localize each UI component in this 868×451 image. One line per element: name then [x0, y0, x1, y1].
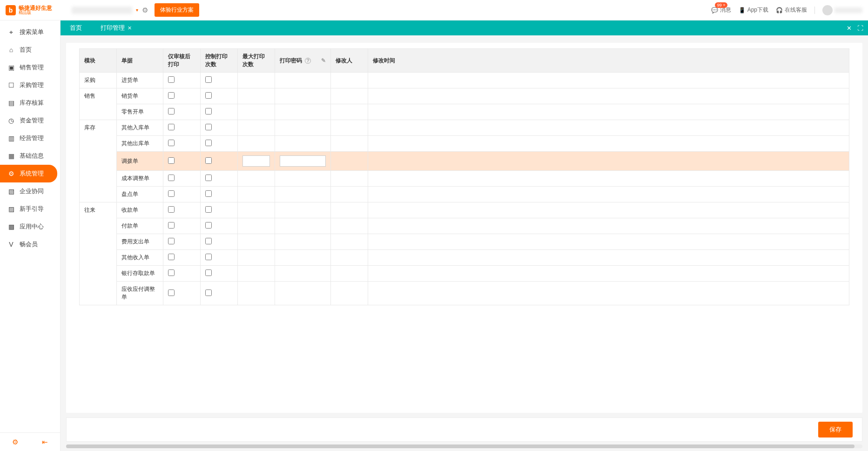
horizontal-scrollbar[interactable] — [66, 444, 862, 449]
control-count-checkbox[interactable] — [205, 206, 212, 213]
table-row: 其他出库单 — [80, 136, 849, 152]
brand-logo: b 畅捷通好生意 精品版 — [6, 5, 66, 15]
audit-only-checkbox[interactable] — [168, 140, 175, 146]
print-settings-table: 模块 单据 仅审核后打印 控制打印次数 最大打印次数 打印密码 ? ✎ — [79, 48, 849, 305]
audit-only-checkbox[interactable] — [168, 289, 175, 296]
control-count-checkbox[interactable] — [205, 190, 212, 197]
sidebar-item-vip[interactable]: V畅会员 — [0, 236, 60, 253]
collapse-icon[interactable]: ⇤ — [42, 438, 48, 446]
control-count-checkbox[interactable] — [205, 269, 212, 276]
modifier-cell — [331, 120, 368, 136]
inventory-icon: ▤ — [7, 99, 15, 107]
sidebar-item-appcenter[interactable]: ▩应用中心 — [0, 218, 60, 236]
control-count-checkbox[interactable] — [205, 175, 212, 181]
print-password-cell — [275, 171, 331, 187]
control-count-cell — [201, 104, 238, 120]
control-count-checkbox[interactable] — [205, 222, 212, 229]
user-menu[interactable] — [822, 5, 862, 15]
modifier-cell — [331, 171, 368, 187]
doc-cell: 其他入库单 — [117, 120, 163, 136]
close-icon[interactable]: ✕ — [128, 25, 132, 31]
doc-cell: 零售开单 — [117, 104, 163, 120]
control-count-checkbox[interactable] — [205, 124, 212, 130]
sidebar-item-purchase[interactable]: ☐采购管理 — [0, 76, 60, 94]
sidebar-item-operation[interactable]: ▥经营管理 — [0, 129, 60, 147]
enterprise-icon: ▧ — [7, 188, 15, 195]
audit-only-checkbox[interactable] — [168, 269, 175, 276]
app-download-label: App下载 — [747, 6, 768, 14]
audit-only-cell — [163, 88, 201, 104]
phone-icon: 📱 — [739, 7, 746, 13]
control-count-checkbox[interactable] — [205, 140, 212, 146]
control-count-checkbox[interactable] — [205, 254, 212, 260]
header-actions: 💬 消息 99 + 📱 App下载 🎧 在线客服 — [711, 5, 862, 15]
print-password-cell — [275, 218, 331, 234]
sidebar-item-guide[interactable]: ▨新手引导 — [0, 200, 60, 218]
modify-time-cell — [368, 234, 849, 250]
tenant-selector[interactable]: ▾ — [72, 7, 138, 14]
tab-打印管理[interactable]: 打印管理✕ — [91, 20, 141, 35]
audit-only-checkbox[interactable] — [168, 206, 175, 213]
sidebar-item-sales[interactable]: ▣销售管理 — [0, 59, 60, 76]
help-icon[interactable]: ? — [305, 58, 311, 64]
print-password-cell — [275, 234, 331, 250]
tab-首页[interactable]: 首页 — [61, 20, 91, 35]
sidebar-item-home[interactable]: ⌂首页 — [0, 41, 60, 59]
search-menu-icon: ⌖ — [7, 28, 15, 36]
modifier-cell — [331, 187, 368, 202]
control-count-checkbox[interactable] — [205, 76, 212, 83]
audit-only-checkbox[interactable] — [168, 124, 175, 130]
max-count-cell — [238, 136, 275, 152]
audit-only-checkbox[interactable] — [168, 222, 175, 229]
table-row: 采购进货单 — [80, 73, 849, 88]
audit-only-cell — [163, 234, 201, 250]
sidebar-item-treasury[interactable]: ◷资金管理 — [0, 112, 60, 129]
online-service-link[interactable]: 🎧 在线客服 — [776, 6, 807, 14]
sidebar-item-inventory[interactable]: ▤库存核算 — [0, 94, 60, 112]
modify-time-cell — [368, 104, 849, 120]
audit-only-checkbox[interactable] — [168, 175, 175, 181]
control-count-checkbox[interactable] — [205, 108, 212, 114]
modify-time-cell — [368, 136, 849, 152]
app-download-link[interactable]: 📱 App下载 — [739, 6, 768, 14]
fullscreen-icon[interactable]: ⛶ — [857, 25, 863, 32]
settings-icon[interactable]: ⚙ — [12, 438, 18, 446]
control-count-checkbox[interactable] — [205, 238, 212, 244]
max-count-cell — [238, 73, 275, 88]
audit-only-checkbox[interactable] — [168, 238, 175, 244]
doc-cell: 进货单 — [117, 73, 163, 88]
audit-only-checkbox[interactable] — [168, 108, 175, 114]
messages-link[interactable]: 💬 消息 99 + — [711, 6, 731, 14]
audit-only-checkbox[interactable] — [168, 190, 175, 197]
audit-only-checkbox[interactable] — [168, 157, 175, 164]
print-password-input[interactable] — [280, 155, 326, 167]
control-count-checkbox[interactable] — [205, 157, 212, 164]
control-count-checkbox[interactable] — [205, 289, 212, 296]
appcenter-icon: ▩ — [7, 223, 15, 230]
sidebar-item-label: 畅会员 — [20, 240, 38, 249]
sidebar-item-label: 销售管理 — [20, 63, 44, 72]
sidebar-item-search-menu[interactable]: ⌖搜索菜单 — [0, 23, 60, 41]
messages-badge: 99 + — [715, 2, 728, 8]
modifier-cell — [331, 152, 368, 171]
save-button[interactable]: 保存 — [818, 422, 853, 438]
experience-industry-button[interactable]: 体验行业方案 — [155, 3, 199, 17]
sidebar-item-enterprise[interactable]: ▧企业协同 — [0, 182, 60, 200]
table-row: 其他收入单 — [80, 250, 849, 266]
sidebar-item-system[interactable]: ⚙系统管理 — [0, 165, 57, 182]
footer-bar: 保存 — [66, 417, 862, 442]
table-row: 调拨单 — [80, 152, 849, 171]
gear-icon[interactable]: ⚙ — [142, 6, 148, 14]
sidebar-item-basic[interactable]: ▦基础信息 — [0, 147, 60, 165]
edit-icon[interactable]: ✎ — [321, 57, 326, 64]
modify-time-cell — [368, 282, 849, 305]
control-count-checkbox[interactable] — [205, 92, 212, 99]
audit-only-checkbox[interactable] — [168, 254, 175, 260]
max-count-input[interactable] — [242, 155, 270, 167]
audit-only-checkbox[interactable] — [168, 76, 175, 83]
th-max-count: 最大打印次数 — [238, 49, 275, 73]
avatar-icon — [822, 5, 833, 15]
tab-close-all-icon[interactable]: ✕ — [847, 25, 852, 32]
audit-only-checkbox[interactable] — [168, 92, 175, 99]
sidebar-item-label: 经营管理 — [20, 134, 44, 142]
